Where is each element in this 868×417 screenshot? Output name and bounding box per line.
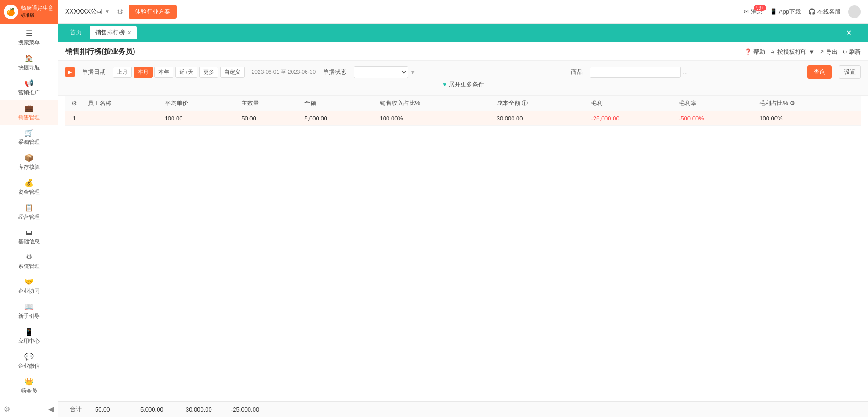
goods-input-wrap: … <box>590 67 800 78</box>
print-dropdown-icon: ▼ <box>809 48 815 55</box>
page-content: 销售排行榜(按业务员) ❓ 帮助 🖨 按模板打印 ▼ ↗ 导出 ↻ 刷新 <box>58 42 868 417</box>
home-tab-label: 首页 <box>70 29 82 36</box>
message-btn[interactable]: ✉ 消息 99+ <box>744 8 762 16</box>
expand-more-btn[interactable]: ▼ 展开更多条件 <box>442 81 484 89</box>
footer-gross: -25,000.00 <box>231 406 267 413</box>
topbar-settings-icon[interactable]: ⚙ <box>117 7 123 16</box>
filter-arrow-btn[interactable]: ▶ <box>65 67 75 77</box>
divider-left <box>65 85 438 85</box>
date-btn-last-month[interactable]: 上月 <box>113 67 132 78</box>
app-download-btn[interactable]: 📱 App下载 <box>770 8 801 16</box>
goods-filter-label: 商品 <box>571 68 583 76</box>
sidebar-item-basicinfo[interactable]: 🗂 基础信息 <box>0 225 58 249</box>
sidebar-nav: ☰ 搜索菜单 🏠 快捷导航 📢 营销推广 💼 销售管理 🛒 采购管理 📦 库存核… <box>0 24 58 401</box>
cell-sales-pct: 100.00% <box>375 111 492 126</box>
sidebar-item-wechat[interactable]: 💬 企业微信 <box>0 349 58 374</box>
sidebar-bottom: ⚙ ◀ <box>0 401 58 417</box>
company-name: XXXXXX公司 <box>65 8 103 16</box>
table-header: ⚙ 员工名称 平均单价 主数量 全额 销售收入占比% 成本全额 ⓘ 毛利 毛利率… <box>65 96 861 111</box>
filter-date-range: 2023-06-01 至 2023-06-30 <box>252 68 316 76</box>
goods-more-icon: … <box>682 69 688 76</box>
sidebar-item-search[interactable]: ☰ 搜索菜单 <box>0 25 58 50</box>
refresh-icon: ↻ <box>842 48 847 55</box>
tabbar: 首页 销售排行榜 ✕ ✕ ⛶ <box>58 24 868 42</box>
date-btn-7days[interactable]: 近7天 <box>175 67 197 78</box>
footer-cost: 30,000.00 <box>186 406 222 413</box>
sidebar-label-operations: 经营管理 <box>18 213 40 221</box>
user-avatar[interactable] <box>848 5 861 18</box>
col-cost: 成本全额 ⓘ <box>492 96 587 111</box>
filter-toggle-arrow[interactable]: ▶ <box>65 67 75 77</box>
sidebar-label-search: 搜索菜单 <box>18 39 40 47</box>
col-main-qty: 主数量 <box>237 96 300 111</box>
sidebar-item-operations[interactable]: 📋 经营管理 <box>0 200 58 225</box>
col-gross-rate: 毛利率 <box>674 96 755 111</box>
sidebar-item-quicknav[interactable]: 🏠 快捷导航 <box>0 50 58 75</box>
sidebar-label-basicinfo: 基础信息 <box>18 238 40 245</box>
expand-chevron-icon: ▼ <box>442 81 447 88</box>
online-service-btn[interactable]: 🎧 在线客服 <box>808 8 841 16</box>
sidebar-item-sales[interactable]: 💼 销售管理 <box>0 100 58 125</box>
tab-home[interactable]: 首页 <box>63 25 88 40</box>
sidebar-item-enterprise[interactable]: 🤝 企业协同 <box>0 274 58 299</box>
sidebar-label-sales: 销售管理 <box>18 114 40 121</box>
print-btn[interactable]: 🖨 按模板打印 ▼ <box>770 48 815 56</box>
sidebar-label-inventory: 库存核算 <box>18 163 40 171</box>
date-btn-this-year[interactable]: 本年 <box>154 67 173 78</box>
goods-input[interactable] <box>590 67 681 78</box>
app-name: 畅康通好生意 <box>21 5 53 12</box>
sidebar-label-quicknav: 快捷导航 <box>18 64 40 72</box>
sidebar-item-guide[interactable]: 📖 新手引导 <box>0 299 58 324</box>
export-icon: ↗ <box>819 48 824 55</box>
app-label: App下载 <box>779 8 801 16</box>
sidebar-item-marketing[interactable]: 📢 营销推广 <box>0 75 58 100</box>
sidebar-settings-btn[interactable]: ⚙ <box>4 405 10 413</box>
col-settings[interactable]: ⚙ <box>65 96 83 111</box>
status-select[interactable] <box>354 66 408 78</box>
cell-gross-rate: -500.00% <box>674 111 755 126</box>
date-btn-custom[interactable]: 自定义 <box>220 67 245 78</box>
home-icon: 🏠 <box>24 54 34 62</box>
col-gross: 毛利 <box>586 96 674 111</box>
guide-icon: 📖 <box>24 302 34 311</box>
cell-employee <box>83 111 160 126</box>
refresh-btn[interactable]: ↻ 刷新 <box>842 48 861 56</box>
trial-btn[interactable]: 体验行业方案 <box>129 5 177 19</box>
status-dropdown-icon: ▼ <box>410 69 416 76</box>
app-icon: 📱 <box>770 8 777 15</box>
tabbar-expand-btn[interactable]: ⛶ <box>855 29 863 37</box>
sidebar-item-purchase[interactable]: 🛒 采购管理 <box>0 125 58 150</box>
topbar-right: ✉ 消息 99+ 📱 App下载 🎧 在线客服 <box>744 5 861 18</box>
sidebar-item-inventory[interactable]: 📦 库存核算 <box>0 150 58 175</box>
table-body: 1 100.00 50.00 5,000.00 100.00% 30,000.0… <box>65 111 861 126</box>
date-btn-more[interactable]: 更多 <box>199 67 218 78</box>
export-btn[interactable]: ↗ 导出 <box>819 48 838 56</box>
cell-gross-pct: 100.00% <box>755 111 861 126</box>
settings-filter-btn[interactable]: 设置 <box>839 65 861 79</box>
query-btn[interactable]: 查询 <box>807 65 832 79</box>
date-btn-this-month[interactable]: 本月 <box>134 67 153 78</box>
tab-sales-rank[interactable]: 销售排行榜 ✕ <box>90 26 137 39</box>
sidebar-label-guide: 新手引导 <box>18 312 40 320</box>
sidebar-item-system[interactable]: ⚙ 系统管理 <box>0 249 58 274</box>
sidebar-item-finance[interactable]: 💰 资金管理 <box>0 175 58 200</box>
sidebar-collapse-btn[interactable]: ◀ <box>48 405 54 413</box>
company-selector[interactable]: XXXXXX公司 ▼ <box>65 8 110 16</box>
sidebar-item-member[interactable]: 👑 畅会员 <box>0 374 58 398</box>
message-icon: ✉ <box>744 8 749 15</box>
sidebar: 🍊 畅康通好生意 标准版 ☰ 搜索菜单 🏠 快捷导航 📢 营销推广 💼 销售管理… <box>0 0 58 417</box>
tabbar-close-btn[interactable]: ✕ <box>846 29 852 37</box>
sidebar-logo: 🍊 畅康通好生意 标准版 <box>0 0 58 24</box>
sidebar-label-member: 畅会员 <box>21 387 37 395</box>
filter-area: ▶ 单据日期 上月 本月 本年 近7天 更多 自定义 2023-06-01 至 … <box>58 61 868 96</box>
filter-row: ▶ 单据日期 上月 本月 本年 近7天 更多 自定义 2023-06-01 至 … <box>65 65 861 79</box>
cell-rank: 1 <box>65 111 83 126</box>
tabbar-actions: ✕ ⛶ <box>846 29 863 37</box>
tab-close-icon[interactable]: ✕ <box>127 30 131 36</box>
sidebar-label-appcenter: 应用中心 <box>18 337 40 345</box>
marketing-icon: 📢 <box>24 79 34 87</box>
col-avg-price: 平均单价 <box>160 96 237 111</box>
sidebar-item-appcenter[interactable]: 📱 应用中心 <box>0 324 58 349</box>
help-btn[interactable]: ❓ 帮助 <box>744 48 765 56</box>
page-title: 销售排行榜(按业务员) <box>65 47 135 57</box>
